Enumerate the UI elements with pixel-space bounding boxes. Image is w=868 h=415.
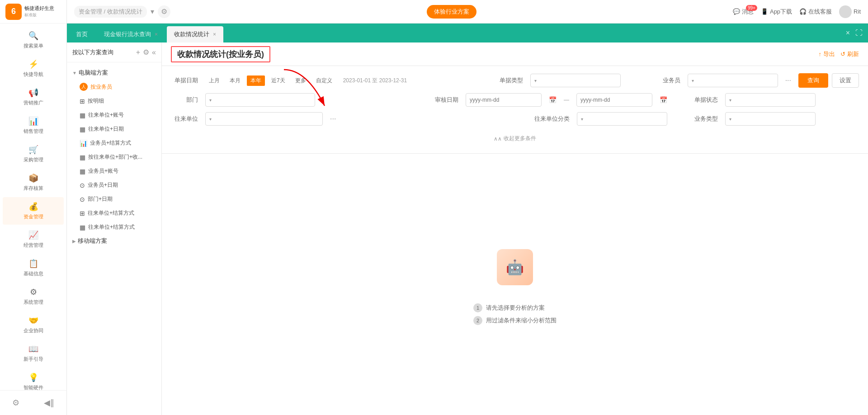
add-scheme-icon[interactable]: + (136, 48, 140, 57)
online-service-btn[interactable]: 🎧 在线客服 (799, 8, 832, 16)
tab-close-all-icon[interactable]: × (846, 29, 850, 37)
sidebar-icon-1: ⚡ (28, 59, 38, 69)
scheme-item-partner-date[interactable]: ▦ 往来单位+日期 (67, 122, 161, 136)
sidebar-icon-5: 📦 (28, 173, 38, 183)
breadcrumb-dropdown-icon[interactable]: ▾ (151, 7, 154, 16)
refresh-button[interactable]: ↺ 刷新 (840, 50, 859, 58)
left-panel-title: 按以下方案查询 (72, 48, 113, 57)
pc-group-name: 电脑端方案 (79, 69, 108, 77)
collapse-filter-btn[interactable]: ∧∧ 收起更多条件 (171, 131, 859, 146)
tab-home-label: 首页 (76, 30, 88, 38)
step-1-text: 请先选择要分析的方案 (486, 304, 545, 312)
bill-type-select[interactable]: ▾ (530, 74, 621, 87)
date-btn-this-year[interactable]: 本年 (247, 75, 265, 86)
sidebar-item-2[interactable]: 📢营销推广 (3, 83, 64, 111)
header-right: 💬 消息 99+ 📱 App下载 🎧 在线客服 Rit (733, 5, 861, 18)
tab-bar: 首页 现金银行流水查询 × 收款情况统计 × × ⛶ (67, 24, 868, 42)
sidebar-item-5[interactable]: 📦库存核算 (3, 169, 64, 196)
scheme-partner-account-icon: ▦ (80, 112, 85, 119)
mobile-group-name: 移动端方案 (78, 237, 107, 245)
sidebar-item-8[interactable]: 📋基础信息 (3, 254, 64, 282)
sidebar-icon-0: 🔍 (28, 31, 38, 41)
partner-select[interactable]: ▾ (205, 112, 323, 126)
scheme-item-partner-account[interactable]: ▦ 往来单位+账号 (67, 108, 161, 122)
main-area: 资金管理 / 收款情况统计 ▾ ⚙ 体验行业方案 💬 消息 99+ 📱 App下… (67, 0, 868, 415)
scheme-item-salesman-settle[interactable]: 📊 业务员+结算方式 (67, 136, 161, 150)
date-btn-this-month[interactable]: 本月 (226, 75, 244, 86)
audit-date-from-cal[interactable]: 📅 (549, 96, 557, 104)
scheme-settings-icon[interactable]: ⚙ (143, 48, 149, 57)
sidebar-item-12[interactable]: 💡智能硬件 (3, 368, 64, 390)
scheme-group-pc-header[interactable]: ▼ 电脑端方案 (67, 66, 161, 80)
scheme-item-salesman-date[interactable]: ⊙ 业务员+日期 (67, 178, 161, 192)
scheme-item-partner-settle1[interactable]: ⊞ 往来单位+结算方式 (67, 206, 161, 220)
page-content: 按以下方案查询 + ⚙ « ▼ 电脑端方案 人 按业务员 (67, 42, 868, 415)
breadcrumb: 资金管理 / 收款情况统计 (74, 6, 147, 18)
scheme-item-salesman-account[interactable]: ▦ 业务员+账号 (67, 164, 161, 178)
user-avatar-area[interactable]: Rit (839, 5, 861, 18)
settings-button[interactable]: 设置 (832, 73, 859, 88)
sidebar-item-11[interactable]: 📖新手引导 (3, 340, 64, 367)
business-type-select[interactable]: ▾ (725, 112, 816, 126)
refresh-icon: ↺ (840, 51, 845, 57)
app-download-btn[interactable]: 📱 App下载 (761, 8, 792, 16)
audit-date-to-cal[interactable]: 📅 (660, 96, 667, 104)
partner-category-select[interactable]: ▾ (577, 112, 667, 126)
tab-receipt-close[interactable]: × (213, 31, 216, 38)
date-btn-last-month[interactable]: 上月 (205, 75, 223, 86)
sidebar-item-0[interactable]: 🔍搜索菜单 (3, 26, 64, 54)
sidebar-item-3[interactable]: 📊销售管理 (3, 112, 64, 139)
bill-type-label: 单据类型 (496, 76, 523, 85)
scheme-partner-date-icon: ▦ (80, 126, 85, 133)
query-button[interactable]: 查询 (798, 73, 828, 88)
header-gear-icon[interactable]: ⚙ (158, 5, 170, 18)
salesman-select[interactable]: ▾ (688, 74, 778, 87)
sidebar-item-6[interactable]: 💰资金管理 (3, 197, 64, 225)
page-title-actions: ↑ 导出 ↺ 刷新 (819, 50, 859, 58)
dept-select[interactable]: ▾ (205, 93, 315, 107)
salesman-more-icon[interactable]: ··· (785, 76, 791, 85)
trial-button[interactable]: 体验行业方案 (427, 5, 476, 19)
sidebar-label-1: 快捷导航 (24, 71, 43, 78)
filter-row-2: 部门 ▾ 审核日期 📅 — 📅 单据状态 ▾ (171, 93, 859, 107)
audit-date-to[interactable] (576, 93, 652, 107)
audit-date-from[interactable] (466, 93, 542, 107)
scheme-salesman-settle-icon: 📊 (80, 140, 87, 147)
online-service-label: 在线客服 (808, 8, 832, 16)
collapse-label: 收起更多条件 (504, 135, 536, 142)
scheme-item-salesman[interactable]: 人 按业务员 (67, 80, 161, 94)
salesman-arrow: ▾ (692, 78, 694, 83)
sidebar-item-10[interactable]: 🤝企业协同 (3, 311, 64, 339)
collapse-sidebar-icon[interactable]: ◀‖ (41, 395, 57, 410)
top-header: 资金管理 / 收款情况统计 ▾ ⚙ 体验行业方案 💬 消息 99+ 📱 App下… (67, 0, 868, 24)
settings-bottom-icon[interactable]: ⚙ (9, 395, 22, 410)
partner-more-icon[interactable]: ··· (330, 115, 336, 123)
header-left: 资金管理 / 收款情况统计 ▾ ⚙ (74, 5, 170, 18)
sidebar-icon-3: 📊 (28, 116, 38, 126)
bill-status-select[interactable]: ▾ (725, 93, 816, 107)
sidebar-item-4[interactable]: 🛒采购管理 (3, 140, 64, 168)
empty-face: 🤖 (506, 259, 524, 276)
scheme-item-partner-settle2[interactable]: ▦ 往来单位+结算方式 (67, 220, 161, 234)
date-range-text: 2023-01-01 至 2023-12-31 (343, 77, 407, 85)
export-button[interactable]: ↑ 导出 (819, 50, 835, 58)
scheme-item-partner-dept[interactable]: ▦ 按往来单位+部门+收... (67, 150, 161, 164)
collapse-panel-icon[interactable]: « (152, 48, 156, 57)
sidebar-item-7[interactable]: 📈经营管理 (3, 226, 64, 253)
online-service-icon: 🎧 (799, 8, 807, 15)
date-btn-more[interactable]: 更多 (292, 75, 310, 86)
scheme-item-dept-date[interactable]: ⊙ 部门+日期 (67, 192, 161, 206)
sidebar-item-1[interactable]: ⚡快捷导航 (3, 55, 64, 82)
tab-fullscreen-icon[interactable]: ⛶ (855, 29, 863, 37)
date-btn-7days[interactable]: 近7天 (268, 75, 289, 86)
messages-btn[interactable]: 💬 消息 99+ (733, 8, 754, 16)
date-btn-custom[interactable]: 自定义 (312, 75, 336, 86)
tab-receipt[interactable]: 收款情况统计 × (167, 26, 223, 42)
tab-bank[interactable]: 现金银行流水查询 × (97, 26, 165, 42)
scheme-item-detail[interactable]: ⊞ 按明细 (67, 94, 161, 108)
sidebar-item-9[interactable]: ⚙系统管理 (3, 283, 64, 310)
scheme-group-mobile-header[interactable]: ▶ 移动端方案 (67, 234, 161, 248)
tab-bank-close[interactable]: × (155, 31, 158, 38)
scheme-dept-date-icon: ⊙ (80, 196, 85, 203)
tab-home[interactable]: 首页 (69, 26, 95, 42)
